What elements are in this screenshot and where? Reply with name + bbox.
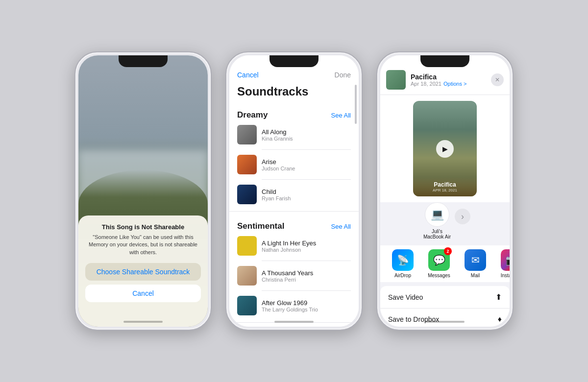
app-airdrop[interactable]: 📡 AirDrop <box>388 249 417 278</box>
video-title: Pacifica <box>417 181 473 188</box>
cancel-button[interactable]: Cancel <box>237 71 259 79</box>
track-artist-all-along: Kina Grannis <box>262 136 351 142</box>
messages-badge: 2 <box>444 247 452 255</box>
scroll-indicator <box>355 85 357 124</box>
home-indicator <box>123 321 163 323</box>
app-share-row: 📡 AirDrop 💬 2 Messages ✉ <box>380 245 510 282</box>
choose-soundtrack-button[interactable]: Choose Shareable Soundtrack <box>85 263 201 281</box>
mail-label: Mail <box>471 273 480 278</box>
app-instagram[interactable]: 📷 Instagram <box>497 249 510 278</box>
done-button[interactable]: Done <box>335 71 351 79</box>
alert-title: This Song is Not Shareable <box>85 223 201 231</box>
track-art-all-along <box>237 125 257 144</box>
track-name-arise: Arise <box>262 158 351 166</box>
action-save-video[interactable]: Save Video ⬆ <box>380 286 510 309</box>
sentimental-see-all[interactable]: See All <box>331 223 351 230</box>
instagram-icon: 📷 <box>501 249 510 271</box>
device-name-macbook: Juli'sMacBook Air <box>423 229 451 239</box>
instagram-label: Instagram <box>501 273 510 278</box>
soundtracks-screen: Cancel Done Soundtracks Dreamy See All A… <box>229 55 359 327</box>
track-artist-arise: Judson Crane <box>262 166 351 171</box>
airdrop-label: AirDrop <box>394 273 411 278</box>
track-name-child: Child <box>262 188 351 195</box>
messages-label: Messages <box>428 273 450 278</box>
track-child[interactable]: Child Ryan Farish <box>229 182 359 207</box>
track-name-light: A Light In Her Eyes <box>262 239 351 247</box>
alert-sheet: This Song is Not Shareable "Someone Like… <box>78 215 208 327</box>
sentimental-section-title: Sentimental <box>237 221 284 231</box>
track-name-all-along: All Along <box>262 128 351 136</box>
alert-body: "Someone Like You" can be used with this… <box>85 234 201 256</box>
dropbox-icon: ♦ <box>498 315 502 324</box>
messages-icon: 💬 2 <box>428 249 450 271</box>
video-center: ▶ Pacifica APR 18, 2021 <box>380 95 510 202</box>
app-messages[interactable]: 💬 2 Messages <box>424 249 454 278</box>
notch <box>420 55 469 67</box>
phone-1: This Song is Not Shareable "Someone Like… <box>74 51 212 331</box>
track-name-afterglow: After Glow 1969 <box>262 299 351 307</box>
airdrop-icon: 📡 <box>392 249 414 271</box>
track-artist-child: Ryan Farish <box>262 195 351 201</box>
track-art-child <box>237 185 257 204</box>
phone-3: Pacifica Apr 18, 2021 Options > ✕ ▶ <box>376 51 514 331</box>
notch <box>270 55 318 67</box>
save-video-icon: ⬆ <box>495 292 502 302</box>
memory-title: Pacifica <box>411 73 486 81</box>
memory-date: Apr 18, 2021 <box>411 81 441 87</box>
play-button[interactable]: ▶ <box>436 140 454 158</box>
phone-2: Cancel Done Soundtracks Dreamy See All A… <box>225 51 363 331</box>
action-save-dropbox[interactable]: Save to Dropbox ♦ <box>380 309 510 327</box>
home-indicator <box>425 321 465 323</box>
dreamy-section-title: Dreamy <box>237 110 268 120</box>
notch <box>119 55 168 67</box>
video-overlay: Pacifica APR 18, 2021 <box>413 177 477 196</box>
track-artist-afterglow: The Larry Goldings Trio <box>262 307 351 312</box>
track-art-afterglow <box>237 296 257 315</box>
memory-thumbnail <box>386 70 406 90</box>
app-mail[interactable]: ✉ Mail <box>461 249 490 278</box>
cancel-button[interactable]: Cancel <box>85 285 201 302</box>
page-title: Soundtracks <box>229 83 359 104</box>
airdrop-row: 💻 Juli'sMacBook Air › <box>380 202 510 245</box>
video-date: APR 18, 2021 <box>417 188 473 192</box>
device-icon-macbook: 💻 <box>425 202 449 227</box>
video-preview[interactable]: ▶ Pacifica APR 18, 2021 <box>413 101 477 196</box>
options-link[interactable]: Options > <box>443 81 466 87</box>
dreamy-section-header: Dreamy See All <box>229 104 359 122</box>
track-arise[interactable]: Arise Judson Crane <box>229 152 359 177</box>
home-indicator <box>274 321 314 323</box>
mail-icon: ✉ <box>465 249 486 271</box>
more-devices-button[interactable]: › <box>455 209 470 224</box>
track-art-light <box>237 236 257 256</box>
sentimental-section-header: Sentimental See All <box>229 215 359 233</box>
track-artist-thousand: Christina Perri <box>262 277 351 283</box>
save-video-label: Save Video <box>388 293 423 301</box>
track-art-thousand <box>237 266 257 286</box>
track-name-thousand: A Thousand Years <box>262 269 351 277</box>
track-thousand-years[interactable]: A Thousand Years Christina Perri <box>229 263 359 288</box>
track-artist-light: Nathan Johnson <box>262 247 351 253</box>
share-screen: Pacifica Apr 18, 2021 Options > ✕ ▶ <box>380 55 510 327</box>
track-all-along[interactable]: All Along Kina Grannis <box>229 122 359 147</box>
track-after-glow[interactable]: After Glow 1969 The Larry Goldings Trio <box>229 293 359 318</box>
device-macbook[interactable]: 💻 Juli'sMacBook Air <box>419 202 455 239</box>
play-icon: ▶ <box>442 145 448 153</box>
close-button[interactable]: ✕ <box>491 73 504 86</box>
track-art-arise <box>237 155 257 174</box>
dreamy-see-all[interactable]: See All <box>331 112 351 119</box>
track-light-in-her-eyes[interactable]: A Light In Her Eyes Nathan Johnson <box>229 233 359 259</box>
